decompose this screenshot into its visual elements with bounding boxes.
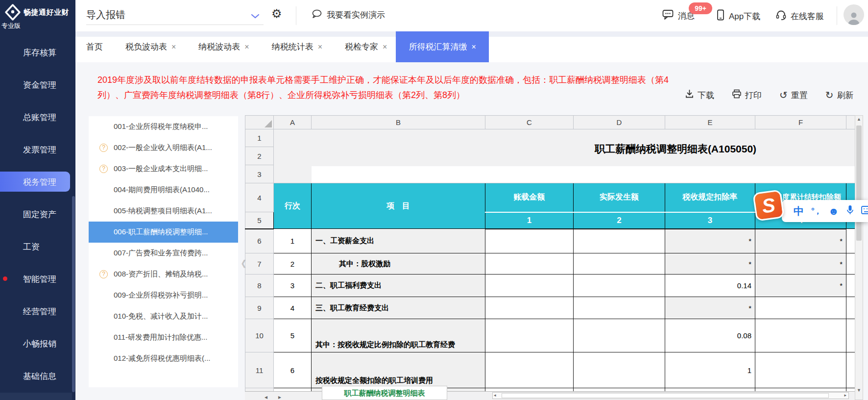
header-book-amount[interactable]: 账载金额 — [485, 183, 574, 212]
help-icon[interactable]: ? — [99, 270, 108, 278]
collapse-panel-icon[interactable]: 《 — [237, 258, 246, 271]
sidebar-item-operation[interactable]: 经营管理 — [0, 295, 75, 327]
list-item-003[interactable]: ?003-一般企业成本支出明细... — [89, 158, 238, 179]
ime-logo-icon[interactable]: S — [752, 189, 785, 222]
cell[interactable] — [485, 229, 574, 253]
header-line-no[interactable]: 行次 — [274, 183, 312, 229]
sidebar-item-inventory[interactable]: 库存核算 — [0, 36, 75, 69]
cell[interactable]: * — [665, 297, 755, 319]
sidebar-item-expense[interactable]: 小畅报销 — [0, 327, 75, 360]
row-header-1[interactable]: 1 — [245, 129, 274, 147]
tab-tax-statistics[interactable]: 纳税统计表× — [272, 31, 322, 62]
sidebar-item-fixed-assets[interactable]: 固定资产 — [0, 198, 75, 230]
next-sheet-arrow[interactable]: ▸ — [278, 394, 292, 400]
row-header-6[interactable]: 6 — [245, 229, 274, 253]
cell-sliver[interactable] — [846, 297, 855, 319]
close-icon[interactable]: × — [171, 43, 176, 51]
vertical-scrollbar[interactable]: ▲ ▼ — [855, 115, 863, 400]
sidebar-item-payroll[interactable]: 工资 — [0, 230, 75, 263]
sidebar-item-basic-info[interactable]: 基础信息 — [0, 360, 75, 392]
row-header-4[interactable]: 4 — [245, 183, 274, 212]
cell-line[interactable]: 2 — [274, 253, 312, 275]
close-icon[interactable]: × — [318, 43, 322, 51]
column-header-e[interactable]: E — [665, 116, 755, 129]
row-header-8[interactable]: 8 — [245, 275, 274, 297]
list-item-006-selected[interactable]: 006-职工薪酬纳税调整明细... — [89, 222, 238, 243]
title-region[interactable]: 职工薪酬纳税调整明细表(A105050) — [274, 129, 855, 183]
tab-tax-burden[interactable]: 税负波动表× — [125, 31, 176, 62]
tab-income-tax-settlement[interactable]: 所得税汇算清缴× — [396, 31, 488, 62]
sidebar-item-tax[interactable]: 税务管理 — [0, 166, 75, 198]
cell[interactable] — [755, 352, 846, 388]
close-icon[interactable]: × — [471, 43, 476, 51]
sheet-tab[interactable]: 职工薪酬纳税调整明细表 — [322, 386, 447, 400]
column-header-c[interactable]: C — [485, 116, 574, 129]
cell-sliver[interactable] — [846, 352, 855, 388]
cell[interactable] — [485, 297, 574, 319]
cell[interactable] — [485, 319, 574, 352]
header-col-num-1[interactable]: 1 — [485, 212, 574, 229]
cell[interactable]: * — [755, 253, 846, 275]
help-icon[interactable]: ? — [99, 165, 108, 173]
online-service-button[interactable]: 在线客服 — [775, 9, 824, 23]
cell[interactable]: * — [665, 253, 755, 275]
ime-punctuation-toggle[interactable]: °， — [811, 205, 821, 217]
cell-line[interactable]: 5 — [274, 319, 312, 352]
scroll-left-arrow[interactable]: ◂ — [494, 393, 496, 398]
cell-item[interactable]: 按税收规定全额扣除的职工培训费用 — [312, 352, 485, 388]
chevron-down-icon[interactable] — [251, 12, 260, 21]
cell-line[interactable]: 3 — [274, 275, 312, 297]
list-item-009[interactable]: 009-企业所得税弥补亏损明... — [89, 285, 238, 306]
cell[interactable] — [574, 352, 665, 388]
scroll-up-arrow[interactable]: ▲ — [855, 117, 863, 122]
cell[interactable] — [574, 319, 665, 352]
scroll-right-arrow[interactable]: ▸ — [844, 393, 846, 398]
cell[interactable] — [755, 319, 846, 352]
cell[interactable] — [485, 352, 574, 388]
cell[interactable] — [755, 297, 846, 319]
column-header-a[interactable]: A — [274, 116, 312, 129]
cell[interactable] — [574, 253, 665, 275]
list-item-004[interactable]: 004-期间费用明细表(A1040... — [89, 179, 238, 200]
cell-item[interactable]: 二、职工福利费支出 — [312, 275, 485, 297]
horizontal-scrollbar[interactable]: ◂ ▸ — [492, 392, 849, 399]
row-header-9[interactable]: 9 — [245, 297, 274, 319]
cell[interactable]: 1 — [665, 352, 755, 388]
cell[interactable] — [574, 229, 665, 253]
tab-tax-expert[interactable]: 税检专家× — [345, 31, 387, 62]
header-col-num-3[interactable]: 3 — [665, 212, 755, 229]
list-item-001[interactable]: 001-企业所得税年度纳税申... — [89, 116, 238, 137]
avatar[interactable] — [844, 4, 864, 25]
brand-block[interactable]: 畅捷通好业财 专业版 — [0, 0, 75, 31]
sidebar-item-ledger[interactable]: 总账管理 — [0, 101, 75, 133]
gear-icon[interactable]: ⚙ — [271, 7, 282, 21]
header-actual-amount[interactable]: 实际发生额 — [574, 183, 665, 212]
cell[interactable] — [485, 253, 574, 275]
cell[interactable]: * — [665, 229, 755, 253]
column-header-f[interactable]: F — [755, 116, 846, 129]
header-deduction-rate[interactable]: 税收规定扣除率 — [665, 183, 755, 212]
column-header-b[interactable]: B — [312, 116, 485, 129]
sidebar-item-smart[interactable]: 智能管理 — [0, 263, 75, 295]
download-button[interactable]: 下载 — [685, 89, 714, 101]
cell[interactable] — [574, 275, 665, 297]
cell[interactable]: 0.14 — [665, 275, 755, 297]
sheet-nav-arrows[interactable]: ◂▸ — [265, 394, 292, 400]
row-header-2[interactable]: 2 — [245, 147, 274, 165]
column-header-d[interactable]: D — [574, 116, 665, 129]
close-icon[interactable]: × — [383, 43, 387, 51]
prev-sheet-arrow[interactable]: ◂ — [265, 394, 278, 400]
tab-tax-fluctuation[interactable]: 纳税波动表× — [198, 31, 249, 62]
breadcrumb[interactable]: 导入报错 — [86, 8, 125, 22]
cell-line[interactable]: 1 — [274, 229, 312, 253]
row-header-10[interactable]: 10 — [245, 319, 274, 352]
horizontal-scrollbar-thumb[interactable] — [502, 393, 829, 398]
close-icon[interactable]: × — [244, 43, 249, 51]
sidebar-scrollbar[interactable] — [72, 196, 75, 392]
app-download-button[interactable]: App下载 — [716, 9, 760, 24]
row-header-5[interactable]: 5 — [245, 212, 274, 229]
demo-button[interactable]: 我要看实例演示 — [312, 9, 385, 21]
cell-sliver[interactable] — [846, 229, 855, 253]
print-button[interactable]: 打印 — [732, 89, 762, 101]
cell[interactable]: * — [755, 229, 846, 253]
